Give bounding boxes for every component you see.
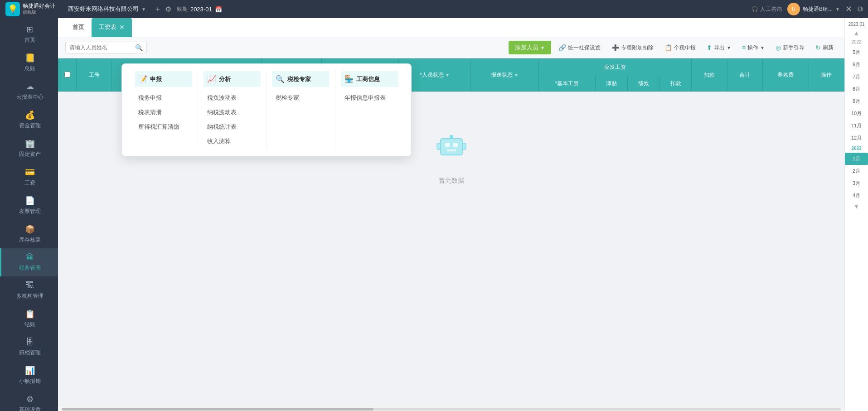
tab-payroll-table[interactable]: 工资表 ✕ <box>92 18 132 37</box>
toolbar-special-deduction[interactable]: ➕ 专项附加扣除 <box>608 42 657 53</box>
cal-month-9[interactable]: 9月 <box>845 95 868 107</box>
sidebar-item-label: 固定资产 <box>19 150 41 158</box>
performance-header: 绩效 <box>627 76 659 92</box>
sidebar-item-invoice[interactable]: 📄 发票管理 <box>0 191 58 220</box>
user-service[interactable]: 🎧 人工咨询 <box>752 5 782 13</box>
search-icon[interactable]: 🔍 <box>135 44 143 51</box>
business-info-label: 工商信息 <box>356 75 380 83</box>
sidebar-item-payroll[interactable]: 💳 工资 <box>0 163 58 191</box>
sidebar-item-tax[interactable]: 🏛 税务管理 <box>0 248 58 276</box>
cal-month-4[interactable]: 4月 <box>845 189 868 202</box>
tax-burden-item[interactable]: 税负波动表 <box>204 91 261 105</box>
calendar-down-button[interactable]: ▼ <box>853 202 861 211</box>
top-header: 💡 畅捷通好会计 旗舰版 西安虾米网络科技有限公司 ▼ ＋ ⚙ 账期 2023-… <box>0 0 868 18</box>
select-all-checkbox[interactable] <box>64 72 70 77</box>
cal-month-8[interactable]: 8月 <box>845 83 868 95</box>
sidebar-item-assets[interactable]: 🏢 固定资产 <box>0 134 58 163</box>
operations-arrow-icon: ▼ <box>760 45 765 50</box>
sidebar-item-archive[interactable]: 🗄 归档管理 <box>0 333 58 361</box>
tab-home[interactable]: 首页 <box>65 18 92 37</box>
calendar-icon[interactable]: 📅 <box>215 6 222 13</box>
sidebar-item-label: 资金管理 <box>19 122 41 130</box>
tax-expert-item[interactable]: 税检专家 <box>272 91 330 105</box>
sidebar: ⊞ 首页 📒 总账 ☁ 云报表中心 💰 资金管理 🏢 固定资产 💳 工资 <box>0 18 58 411</box>
toolbar-tax-declaration[interactable]: 📋 个税申报 <box>661 42 699 53</box>
horizontal-scrollbar[interactable] <box>58 406 844 411</box>
calendar-up-button[interactable]: ▲ <box>853 29 861 38</box>
empty-text: 暂无数据 <box>439 177 464 185</box>
sidebar-item-label: 多机构管理 <box>16 292 44 300</box>
sidebar-item-report[interactable]: 📊 小畅报销 <box>0 361 58 390</box>
cal-month-5[interactable]: 5月 <box>845 46 868 58</box>
restore-button[interactable]: ⧉ <box>858 5 863 13</box>
declaration-section: 📝 申报 税务申报 税表清册 所得税汇算清缴 <box>129 71 198 149</box>
status-filter-icon[interactable]: ▼ <box>445 73 450 77</box>
link-icon: 🔗 <box>558 44 566 51</box>
tax-declaration-label: 个税申报 <box>674 44 696 52</box>
toolbar-refresh[interactable]: ↻ 刷新 <box>812 42 837 53</box>
sidebar-item-home[interactable]: ⊞ 首页 <box>0 20 58 48</box>
cal-month-11[interactable]: 11月 <box>845 120 868 132</box>
cal-month-10[interactable]: 10月 <box>845 107 868 120</box>
cal-month-12[interactable]: 12月 <box>845 132 868 144</box>
sidebar-item-label: 税务管理 <box>19 264 41 272</box>
cal-month-3[interactable]: 3月 <box>845 177 868 189</box>
company-name: 西安虾米网络科技有限公司 <box>68 5 139 13</box>
period-value: 2023-01 <box>190 6 212 13</box>
deductions-header: 扣款 <box>659 76 692 92</box>
cal-month-6[interactable]: 6月 <box>845 58 868 71</box>
add-person-label: 添加人员 <box>515 44 538 52</box>
toolbar-guide[interactable]: ◎ 新手引导 <box>772 42 808 53</box>
sidebar-item-multi[interactable]: 🏗 多机构管理 <box>0 276 58 305</box>
toolbar-export[interactable]: ⬆ 导出 ▼ <box>703 42 735 53</box>
assets-icon: 🏢 <box>25 139 35 149</box>
header-actions: ＋ ⚙ <box>154 5 171 14</box>
cal-month-1[interactable]: 1月 <box>845 153 868 165</box>
tax-payment-item[interactable]: 纳税波动表 <box>204 105 261 120</box>
expert-icon: 🔍 <box>276 75 285 83</box>
prev-year-label: 2022 <box>851 38 861 46</box>
report-status-filter-icon[interactable]: ▼ <box>514 73 519 77</box>
operations-icon: ≡ <box>742 44 746 51</box>
business-info-section: 🏪 工商信息 年报信息申报表 <box>335 71 404 149</box>
toolbar-social-insurance[interactable]: 🔗 统一社保设置 <box>555 42 604 53</box>
close-button[interactable]: ✕ <box>845 4 852 14</box>
tax-stats-item[interactable]: 纳税统计表 <box>204 120 261 134</box>
add-dropdown-arrow-icon: ▼ <box>540 45 545 50</box>
annual-report-item[interactable]: 年报信息申报表 <box>341 91 399 105</box>
add-person-button[interactable]: 添加人员 ▼ <box>509 41 551 54</box>
analysis-header: 📈 分析 <box>204 71 261 87</box>
income-tax-item[interactable]: 所得税汇算清缴 <box>135 120 192 134</box>
search-input[interactable] <box>69 44 133 51</box>
tax-schedule-item[interactable]: 税表清册 <box>135 105 192 120</box>
declaration-header: 📝 申报 <box>135 71 192 87</box>
sidebar-item-cloud[interactable]: ☁ 云报表中心 <box>0 77 58 106</box>
business-info-header: 🏪 工商信息 <box>341 71 399 87</box>
settings-icon[interactable]: ⚙ <box>165 5 171 14</box>
should-pay-header: 应发工资 <box>538 59 692 76</box>
analysis-label: 分析 <box>219 75 231 83</box>
sidebar-item-settings[interactable]: ⚙ 基础设置 <box>0 390 58 411</box>
svg-rect-6 <box>437 143 441 150</box>
tax-declaration-item[interactable]: 税务申报 <box>135 91 192 105</box>
income-preview-item[interactable]: 收入测算 <box>204 134 261 149</box>
headset-icon: 🎧 <box>752 6 758 12</box>
sidebar-item-inventory[interactable]: 📦 库存核算 <box>0 220 58 248</box>
user-info[interactable]: U 畅捷通B组... ▼ <box>787 3 840 15</box>
cal-month-2[interactable]: 2月 <box>845 165 868 177</box>
add-company-button[interactable]: ＋ <box>154 5 161 14</box>
empty-icon <box>433 128 470 171</box>
company-selector[interactable]: 西安虾米网络科技有限公司 ▼ <box>63 5 150 13</box>
sidebar-item-settle[interactable]: 📋 结账 <box>0 305 58 333</box>
toolbar-operations[interactable]: ≡ 操作 ▼ <box>738 42 768 53</box>
chevron-down-icon: ▼ <box>141 7 146 12</box>
sidebar-item-funds[interactable]: 💰 资金管理 <box>0 106 58 134</box>
content-area: 首页 工资表 ✕ 🔍 添加人员 ▼ 🔗 统 <box>58 18 844 411</box>
header-right: 🎧 人工咨询 U 畅捷通B组... ▼ ✕ ⧉ <box>752 3 863 15</box>
sidebar-item-ledger[interactable]: 📒 总账 <box>0 48 58 77</box>
tab-close-icon[interactable]: ✕ <box>119 24 125 31</box>
cal-month-7[interactable]: 7月 <box>845 71 868 83</box>
tax-management-dropdown: 📝 申报 税务申报 税表清册 所得税汇算清缴 📈 分析 税负波动表 <box>121 63 412 156</box>
report-icon: 📊 <box>25 366 35 376</box>
svg-rect-3 <box>447 150 456 151</box>
